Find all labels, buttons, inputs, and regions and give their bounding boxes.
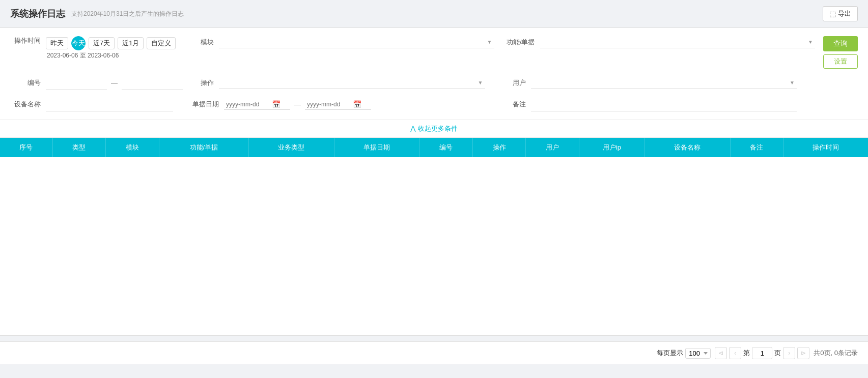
col-operation: 操作 (472, 138, 525, 157)
operation-filter-group: 操作 ▼ (183, 77, 485, 89)
col-user: 用户 (526, 138, 579, 157)
operation-select[interactable] (219, 77, 485, 89)
number-input-from[interactable] (46, 76, 107, 90)
row3-filter: 设备名称 单据日期 📅 — 📅 备注 (10, 97, 858, 111)
device-filter-group: 设备名称 (10, 97, 183, 111)
page-unit: 页 (774, 348, 781, 358)
col-module: 模块 (106, 138, 159, 157)
col-seq: 序号 (0, 138, 52, 157)
pagination-bar: 每页显示 50 100 200 500 ⊲ ‹ 第 页 › ⊳ 共0页, 0条记… (0, 341, 868, 364)
module-select-wrapper: ▼ (219, 36, 494, 48)
query-button[interactable]: 查询 (823, 36, 858, 51)
function-select-wrapper: ▼ (540, 36, 816, 48)
export-icon: ⬚ (829, 10, 836, 18)
action-buttons: 查询 设置 (823, 36, 858, 69)
col-device: 设备名称 (645, 138, 730, 157)
col-user-ip: 用户ip (579, 138, 645, 157)
export-button[interactable]: ⬚ 导出 (823, 6, 858, 21)
time-range-text: 2023-06-06 至 2023-06-06 (46, 51, 176, 60)
data-table: 序号 类型 模块 功能/单据 业务类型 单据日期 编号 操作 用户 用户ip 设… (0, 138, 868, 157)
col-op-time: 操作时间 (783, 138, 868, 157)
date-to-wrapper: 📅 (305, 99, 371, 110)
number-input-to[interactable] (122, 76, 183, 90)
collapse-label: 收起更多条件 (418, 125, 458, 132)
voucher-date-filter-group: 单据日期 📅 — 📅 (183, 99, 485, 110)
page-size-select[interactable]: 50 100 200 500 (685, 348, 711, 359)
device-input[interactable] (46, 97, 173, 111)
user-select-wrapper: ▼ (531, 77, 797, 89)
prev-page-button[interactable]: ‹ (729, 347, 741, 359)
time-filter-group: 操作时间 昨天 今天 近7天 近1月 自定义 2023-06-06 至 2023… (10, 36, 183, 60)
current-page-input[interactable] (752, 347, 772, 359)
operation-label: 操作 (183, 78, 219, 88)
calendar-icon-2[interactable]: 📅 (353, 100, 361, 108)
page-size-section: 每页显示 50 100 200 500 (657, 348, 711, 359)
page-title: 系统操作日志 (10, 8, 65, 20)
col-remark: 备注 (730, 138, 783, 157)
user-label: 用户 (495, 78, 531, 88)
time-btn-7days[interactable]: 近7天 (89, 37, 115, 49)
date-to-input[interactable] (307, 101, 353, 108)
first-page-button[interactable]: ⊲ (715, 347, 727, 359)
total-info: 共0页, 0条记录 (814, 348, 858, 358)
remark-filter-group: 备注 (495, 97, 797, 111)
filter-section: 操作时间 昨天 今天 近7天 近1月 自定义 2023-06-06 至 2023… (0, 28, 868, 120)
time-btn-yesterday[interactable]: 昨天 (46, 37, 68, 49)
export-label: 导出 (838, 9, 851, 18)
scrollbar-inner (0, 336, 868, 341)
number-label: 编号 (10, 78, 46, 88)
remark-input[interactable] (531, 97, 797, 111)
remark-label: 备注 (495, 100, 531, 109)
collapse-icon: ⋀ (410, 125, 416, 132)
col-function: 功能/单据 (159, 138, 248, 157)
function-label: 功能/单据 (505, 38, 540, 47)
col-type: 类型 (52, 138, 105, 157)
module-select[interactable] (219, 36, 494, 48)
col-voucher-date: 单据日期 (334, 138, 419, 157)
time-btn-1month[interactable]: 近1月 (118, 37, 144, 49)
function-select[interactable] (540, 36, 816, 48)
number-filter-group: 编号 — (10, 76, 183, 90)
row2-filter: 编号 — 操作 ▼ 用户 ▼ (10, 76, 858, 90)
col-number: 编号 (419, 138, 472, 157)
module-filter-group: 模块 ▼ (183, 36, 494, 48)
col-biz-type: 业务类型 (249, 138, 334, 157)
time-btn-custom[interactable]: 自定义 (147, 37, 176, 49)
calendar-icon-1[interactable]: 📅 (272, 100, 281, 108)
page-header: 系统操作日志 支持2020年10月31日之后产生的操作日志 ⬚ 导出 (0, 0, 868, 28)
function-filter-group: 功能/单据 ▼ (505, 36, 816, 48)
module-label: 模块 (183, 38, 219, 47)
last-page-button[interactable]: ⊳ (797, 347, 809, 359)
operation-select-wrapper: ▼ (219, 77, 485, 89)
time-label: 操作时间 (10, 36, 46, 45)
table-header-row: 序号 类型 模块 功能/单据 业务类型 单据日期 编号 操作 用户 用户ip 设… (0, 138, 868, 157)
next-page-button[interactable]: › (783, 347, 795, 359)
scrollbar-area[interactable] (0, 335, 868, 341)
date-from-wrapper: 📅 (224, 99, 290, 110)
settings-button[interactable]: 设置 (823, 54, 858, 69)
device-label: 设备名称 (10, 100, 46, 109)
per-page-label: 每页显示 (657, 348, 683, 358)
user-filter-group: 用户 ▼ (495, 77, 797, 89)
pagination-nav: ⊲ ‹ 第 页 › ⊳ (715, 347, 809, 359)
page-subtitle: 支持2020年10月31日之后产生的操作日志 (71, 10, 184, 18)
collapse-bar[interactable]: ⋀ 收起更多条件 (0, 120, 868, 138)
date-separator: — (290, 101, 305, 108)
date-from-input[interactable] (226, 101, 272, 108)
table-section: 序号 类型 模块 功能/单据 业务类型 单据日期 编号 操作 用户 用户ip 设… (0, 138, 868, 335)
number-separator: — (107, 79, 122, 87)
time-buttons-section: 昨天 今天 近7天 近1月 自定义 2023-06-06 至 2023-06-0… (46, 36, 176, 60)
page-label: 第 (743, 348, 750, 358)
time-btn-today[interactable]: 今天 (71, 36, 86, 50)
voucher-date-label: 单据日期 (183, 100, 224, 109)
user-select[interactable] (531, 77, 797, 89)
empty-area (0, 157, 868, 335)
